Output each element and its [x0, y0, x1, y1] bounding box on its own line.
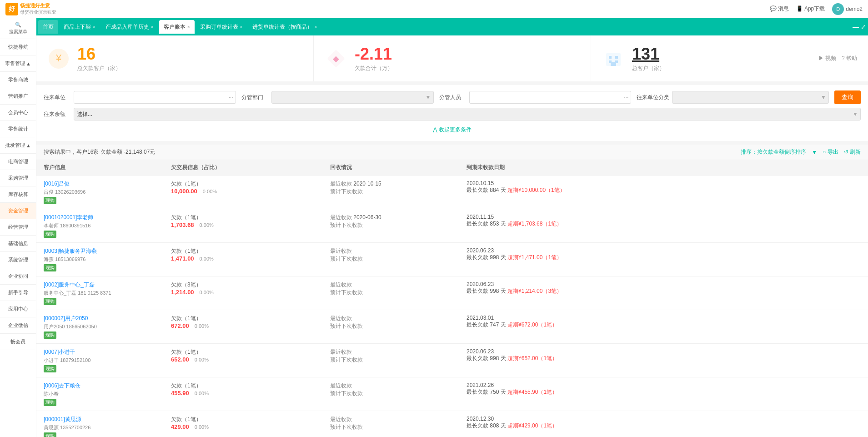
overdue-amount[interactable]: 超期¥455.90（1笔） [507, 389, 557, 395]
debt-amount[interactable]: 1,471.00 [171, 255, 194, 262]
debt-amount[interactable]: 10,000.00 [171, 188, 197, 195]
table-row: [000002]用户2050 用户2050 18665062050 现购 欠款（… [36, 310, 868, 344]
customer-name[interactable]: [000002]用户2050 [44, 315, 171, 322]
sidebar-item-basic[interactable]: 基础信息 [0, 236, 36, 252]
content-area: 首页 商品上下架 × 产成品入库单历史 × 客户账本 × 采购订单统计表 × 进… [36, 18, 868, 437]
sidebar-item-inventory[interactable]: 库存核算 [0, 186, 36, 203]
filter-person-input[interactable] [469, 91, 632, 104]
help-btn[interactable]: ? 帮助 [842, 55, 857, 62]
customer-name[interactable]: [0007]小进干 [44, 348, 171, 356]
debt-amount[interactable]: 429.00 [171, 423, 189, 430]
sidebar-item-marketing[interactable]: 营销推广 [0, 88, 36, 105]
filter-row-1: 往来单位 ··· 分管部门 ▼ [44, 90, 861, 104]
customer-phone: 用户2050 18665062050 [44, 323, 171, 330]
overdue-amount[interactable]: 超期¥1,214.00（3笔） [507, 288, 562, 294]
customer-name[interactable]: [000001]黄思源 [44, 416, 171, 423]
refresh-btn[interactable]: ↺ 刷新 [844, 148, 861, 156]
close-icon-2[interactable]: × [151, 25, 154, 30]
debt-info-cell: 欠款（1笔） 652.00 0.00% [171, 348, 330, 372]
minimize-icon[interactable]: — [853, 23, 859, 30]
tab-production[interactable]: 产成品入库单历史 × [101, 20, 158, 34]
close-icon-5[interactable]: × [314, 25, 317, 30]
sidebar-item-retail-mall[interactable]: 零售商城 [0, 72, 36, 88]
col-debt-info: 欠交易信息（占比） [171, 164, 330, 171]
filter-source-unit-input[interactable] [74, 91, 236, 104]
last-collect-row: 最近收款 [330, 281, 467, 289]
overdue-amount[interactable]: 超期¥672.00（1笔） [507, 321, 557, 328]
search-button[interactable]: 查询 [834, 90, 861, 104]
stat-num-total-customers: 131 [632, 45, 665, 64]
overdue-amount[interactable]: 超期¥1,703.68（1笔） [507, 221, 562, 227]
debt-amount[interactable]: 672.00 [171, 322, 189, 329]
last-collect-row: 最近收款 [330, 416, 467, 423]
tab-goods[interactable]: 商品上下架 × [59, 20, 100, 34]
customer-name[interactable]: [0002]服务中心_丁磊 [44, 281, 171, 289]
app-download-btn[interactable]: 📱 App下载 [796, 5, 825, 13]
close-icon-4[interactable]: × [240, 25, 243, 30]
sidebar-item-system[interactable]: 系统管理 [0, 252, 36, 268]
debt-amount[interactable]: 1,703.68 [171, 221, 194, 228]
debt-amount-row: 1,471.00 0.00% [171, 255, 330, 262]
chevron-down-icon-2: ▲ [26, 143, 31, 148]
filter-dept-select[interactable] [271, 91, 434, 104]
collapse-icon: ⋀ [433, 126, 437, 133]
person-dots-icon[interactable]: ··· [624, 94, 628, 100]
overdue-amount[interactable]: 超期¥429.00（1笔） [507, 422, 557, 429]
collapse-row[interactable]: ⋀ 收起更多条件 [44, 124, 861, 136]
tab-purchase-stats[interactable]: 采购订单统计表 × [196, 20, 247, 34]
overdue-amount[interactable]: 超期¥652.00（1笔） [507, 355, 557, 362]
debt-amount-row: 1,214.00 0.00% [171, 289, 330, 296]
export-btn[interactable]: ○ 导出 [823, 148, 838, 156]
close-icon-3[interactable]: × [187, 25, 190, 30]
overdue-amount[interactable]: 超期¥1,471.00（1笔） [507, 254, 562, 261]
debt-amount-row: 1,703.68 0.00% [171, 221, 330, 228]
user-avatar[interactable]: D demo2 [832, 3, 863, 15]
customer-name[interactable]: [0006]去下粮仓 [44, 382, 171, 390]
sidebar-item-finance[interactable]: 资金管理 [0, 203, 36, 219]
sidebar-item-member2[interactable]: 畅会员 [0, 334, 36, 350]
maximize-icon[interactable]: ⤢ [861, 23, 866, 30]
sidebar-item-corpwx[interactable]: 企业微信 [0, 317, 36, 334]
video-btn[interactable]: ▶ 视频 [818, 55, 836, 62]
sidebar-item-collab[interactable]: 企业协同 [0, 268, 36, 285]
tag-xian: 现购 [44, 231, 56, 238]
filter-source-unit-label: 往来单位 [44, 94, 71, 101]
filter-balance-select[interactable]: 选择... [74, 108, 861, 121]
customer-name[interactable]: [0003]畅捷服务尹海燕 [44, 247, 171, 255]
due-date: 2021.02.26 [467, 382, 861, 388]
source-unit-dots-icon[interactable]: ··· [229, 94, 233, 100]
filter-source-unit-class-select-wrap: ▼ [672, 91, 829, 104]
debt-ratio: 0.00% [200, 290, 214, 295]
sidebar-item-member[interactable]: 会员中心 [0, 105, 36, 121]
filter-source-unit-class-select[interactable] [672, 91, 829, 104]
tag-xian: 现购 [44, 432, 56, 437]
sidebar-item-ecommerce[interactable]: 电商管理 [0, 154, 36, 170]
debt-count: 欠款（1笔） [171, 416, 330, 423]
debt-amount[interactable]: 1,214.00 [171, 289, 194, 296]
debt-amount[interactable]: 455.90 [171, 390, 189, 397]
recovery-cell: 最近收款 预计下次收款 [330, 315, 467, 339]
message-btn[interactable]: 💬 消息 [770, 5, 789, 13]
customer-name[interactable]: [0001020001]李老师 [44, 214, 171, 221]
overdue-info-row: 最长欠款 998 天 超期¥1,214.00（3笔） [467, 287, 861, 295]
debt-count: 欠款（1笔） [171, 247, 330, 255]
tab-home[interactable]: 首页 [38, 20, 58, 34]
sidebar-item-wholesale[interactable]: 批发管理 ▲ [0, 137, 36, 154]
sidebar-item-retail-stats[interactable]: 零售统计 [0, 121, 36, 137]
overdue-amount[interactable]: 超期¥10,000.00（1笔） [507, 187, 565, 193]
sidebar-item-quicknav[interactable]: 快捷导航 [0, 39, 36, 55]
sidebar-item-operation[interactable]: 经营管理 [0, 219, 36, 236]
building-icon [602, 47, 625, 70]
tab-customer-ledger[interactable]: 客户账本 × [159, 20, 195, 34]
close-icon[interactable]: × [93, 25, 95, 30]
sidebar-item-purchase[interactable]: 采购管理 [0, 170, 36, 186]
sidebar-search[interactable]: 🔍 搜索菜单 [0, 18, 36, 39]
sidebar-item-newuser[interactable]: 新手引导 [0, 285, 36, 301]
debt-amount[interactable]: 652.00 [171, 356, 189, 363]
sidebar-item-appstore[interactable]: 应用中心 [0, 301, 36, 317]
tab-inbound-stats[interactable]: 进货单统计表（按商品） × [248, 20, 321, 34]
recovery-cell: 最近收款 预计下次收款 [330, 281, 467, 305]
sidebar-item-retail-mgmt[interactable]: 零售管理 ▲ [0, 55, 36, 72]
due-date-cell: 2020.10.15 最长欠款 884 天 超期¥10,000.00（1笔） [467, 180, 861, 204]
customer-name[interactable]: [0016]吕俊 [44, 180, 171, 188]
